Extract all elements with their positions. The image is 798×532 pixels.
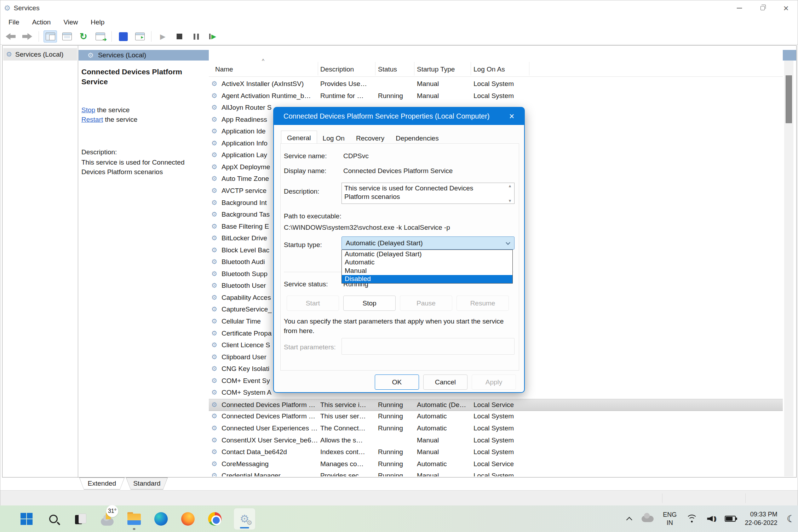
- search-button[interactable]: [45, 511, 62, 527]
- cell-description: Indexes cont…: [320, 448, 375, 456]
- tree-item-services-local[interactable]: Services (Local): [3, 48, 77, 61]
- export-list-button[interactable]: [93, 30, 107, 42]
- cancel-button[interactable]: Cancel: [423, 374, 467, 390]
- start-parameters-input[interactable]: [341, 338, 515, 355]
- toolbar-separator: [111, 31, 112, 42]
- apply-button[interactable]: Apply: [472, 374, 516, 390]
- table-row[interactable]: Credential ManagerProvides sec…RunningMa…: [209, 470, 783, 476]
- language-indicator[interactable]: ENG IN: [663, 511, 677, 527]
- menu-action[interactable]: Action: [32, 18, 51, 26]
- scrollbar-thumb[interactable]: [786, 75, 792, 123]
- cell-status: Running: [378, 460, 415, 468]
- pane-header-title: Services (Local): [98, 51, 146, 59]
- dropdown-option[interactable]: Disabled: [342, 275, 512, 284]
- start-button[interactable]: Start: [287, 296, 339, 311]
- file-explorer-button[interactable]: [126, 511, 142, 527]
- back-button[interactable]: [4, 30, 17, 42]
- service-properties-dialog: Connected Devices Platform Service Prope…: [273, 107, 525, 393]
- firefox-button[interactable]: [180, 511, 196, 527]
- ok-button[interactable]: OK: [375, 374, 419, 390]
- table-row[interactable]: CoreMessagingManages co…RunningAutomatic…: [209, 458, 783, 470]
- task-view-button[interactable]: [72, 511, 88, 527]
- volume-icon[interactable]: )): [707, 515, 715, 522]
- column-header-startup-type[interactable]: Startup Type: [417, 65, 455, 73]
- dialog-close-button[interactable]: ×: [503, 107, 520, 125]
- table-row[interactable]: Agent Activation Runtime_b…Runtime for ……: [209, 90, 783, 102]
- cell-startup-type: Manual: [417, 80, 472, 88]
- cell-description: Allows the s…: [320, 436, 375, 444]
- firefox-icon: [181, 512, 195, 526]
- weather-cloud-icon: [101, 518, 114, 526]
- forward-button[interactable]: [21, 30, 34, 42]
- edge-button[interactable]: [153, 511, 169, 527]
- wifi-icon[interactable]: [686, 515, 698, 523]
- startup-type-combobox[interactable]: Automatic (Delayed Start): [341, 236, 515, 250]
- stop-service-button[interactable]: [173, 30, 186, 42]
- service-gear-icon: [211, 187, 217, 195]
- menu-file[interactable]: File: [8, 18, 19, 26]
- restart-service-link[interactable]: Restart: [81, 116, 103, 123]
- battery-icon[interactable]: [725, 516, 736, 522]
- vertical-scrollbar[interactable]: [784, 61, 793, 476]
- description-text: This service is used for Connected Devic…: [81, 158, 198, 177]
- show-action-pane-button[interactable]: [133, 30, 147, 42]
- pause-button[interactable]: Pause: [400, 296, 452, 311]
- table-row[interactable]: ActiveX Installer (AxInstSV)Provides Use…: [209, 78, 783, 90]
- start-parameters-note: You can specify the start parameters tha…: [284, 317, 510, 336]
- stop-button[interactable]: Stop: [343, 296, 396, 311]
- cell-startup-type: Manual: [417, 472, 472, 476]
- onedrive-icon[interactable]: [642, 516, 654, 522]
- selected-service-title: Connected Devices Platform Service: [81, 67, 207, 86]
- menu-view[interactable]: View: [63, 18, 78, 26]
- pause-icon: [194, 34, 199, 40]
- service-gear-icon: [211, 365, 217, 373]
- tab-extended[interactable]: Extended: [79, 477, 125, 490]
- cell-logon-as: Local System: [473, 424, 527, 432]
- scroll-down-icon[interactable]: ▼: [508, 199, 512, 203]
- dropdown-option[interactable]: Automatic: [342, 258, 512, 267]
- close-button[interactable]: ×: [774, 0, 798, 16]
- start-button[interactable]: [18, 511, 35, 527]
- scroll-up-icon[interactable]: ▲: [508, 184, 512, 188]
- description-field[interactable]: This service is used for Connected Devic…: [341, 183, 515, 204]
- stop-service-link[interactable]: Stop: [81, 106, 95, 114]
- window-title: Services: [14, 4, 40, 12]
- task-view-icon: [75, 514, 86, 524]
- toolbar-separator: [151, 31, 151, 42]
- cell-status: Running: [378, 401, 415, 409]
- restart-service-button[interactable]: ▶: [206, 30, 219, 42]
- show-console-tree-button[interactable]: [44, 30, 57, 42]
- service-gear-icon: [211, 92, 217, 100]
- resume-button[interactable]: Resume: [457, 296, 509, 311]
- start-service-button[interactable]: ▶: [156, 30, 170, 42]
- description-value: This service is used for Connected Devic…: [344, 184, 500, 201]
- dropdown-option[interactable]: Automatic (Delayed Start): [342, 250, 512, 258]
- table-row[interactable]: Contact Data_be642dIndexes cont…RunningM…: [209, 446, 783, 458]
- table-row[interactable]: Connected Devices Platform …This user se…: [209, 411, 783, 423]
- services-app-taskbar-button[interactable]: [234, 508, 256, 530]
- column-header-name[interactable]: Name: [215, 65, 233, 73]
- chrome-button[interactable]: [207, 511, 223, 527]
- help-button[interactable]: [116, 30, 130, 42]
- column-header-description[interactable]: Description: [320, 65, 354, 73]
- table-row[interactable]: Connected Devices Platform …This service…: [209, 399, 783, 411]
- moon-icon[interactable]: ☽: [787, 513, 795, 525]
- restore-button[interactable]: [751, 0, 774, 16]
- services-gear-small-icon: [247, 519, 252, 527]
- clock[interactable]: 09:33 PM 22-06-2022: [745, 510, 777, 527]
- properties-button[interactable]: [60, 30, 74, 42]
- pause-service-button[interactable]: [189, 30, 203, 42]
- dropdown-option[interactable]: Manual: [342, 267, 512, 275]
- service-gear-icon: [211, 234, 217, 242]
- table-row[interactable]: Connected User Experiences …The Connect……: [209, 423, 783, 435]
- weather-widget-button[interactable]: 31°: [99, 511, 115, 527]
- minimize-button[interactable]: [728, 0, 751, 16]
- table-row[interactable]: ConsentUX User Service_be6…Allows the s……: [209, 435, 783, 447]
- service-gear-icon: [211, 210, 217, 218]
- menu-help[interactable]: Help: [91, 18, 104, 26]
- tray-overflow-chevron-icon[interactable]: [626, 517, 632, 523]
- tab-standard[interactable]: Standard: [126, 477, 168, 490]
- column-header-status[interactable]: Status: [378, 65, 397, 73]
- refresh-button[interactable]: ↻: [77, 30, 90, 42]
- column-header-logon-as[interactable]: Log On As: [473, 65, 505, 73]
